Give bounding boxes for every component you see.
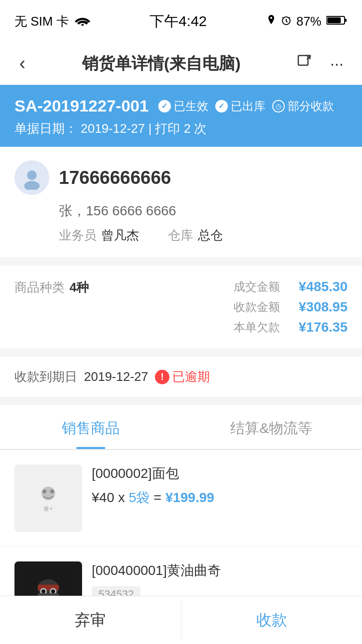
- due-section: 收款到期日 2019-12-27 ! 已逾期: [0, 357, 362, 397]
- warehouse-value: 总仓: [198, 227, 223, 244]
- status-badges: ✓ 已生效 ✓ 已出库 ◷ 部分收款: [158, 98, 334, 114]
- share-button[interactable]: [292, 50, 317, 78]
- status-bar: 无 SIM 卡 下午4:42 87%: [0, 0, 362, 42]
- date-label: 单据日期：: [14, 121, 77, 136]
- table-row: 量+ [0000002]面包 ¥40 x 5袋 = ¥199.99: [0, 450, 362, 547]
- status-effective: ✓ 已生效: [158, 98, 209, 114]
- order-header-row1: SA-20191227-001 ✓ 已生效 ✓ 已出库 ◷ 部分收款: [14, 97, 348, 115]
- due-date-label: 收款到期日: [14, 368, 77, 385]
- tab-settlement[interactable]: 结算&物流等: [181, 405, 362, 449]
- customer-info: 业务员 曾凡杰 仓库 总仓: [14, 227, 348, 244]
- svg-point-18: [51, 589, 55, 593]
- nav-bar: ‹ 销货单详情(来自电脑) ···: [0, 42, 362, 85]
- price-total-1: ¥199.99: [166, 490, 214, 505]
- print-suffix: 次: [194, 121, 207, 136]
- debt-value: ¥176.35: [290, 320, 348, 335]
- svg-rect-5: [298, 56, 308, 65]
- status-partial-label: 部分收款: [288, 98, 334, 114]
- svg-point-7: [24, 181, 40, 190]
- svg-point-9: [42, 490, 46, 493]
- customer-avatar: [14, 160, 49, 195]
- tab-settlement-label: 结算&物流等: [230, 420, 312, 436]
- due-date-value: 2019-12-27: [84, 369, 148, 384]
- print-count: 2: [184, 121, 191, 136]
- deal-amount-row: 成交金额 ¥485.30: [217, 279, 348, 294]
- order-header: SA-20191227-001 ✓ 已生效 ✓ 已出库 ◷ 部分收款 单据日期：…: [0, 85, 362, 147]
- price-base-1: ¥40: [92, 490, 114, 505]
- status-time: 下午4:42: [150, 12, 207, 31]
- deal-amount-value: ¥485.30: [290, 279, 348, 294]
- warehouse-item: 仓库 总仓: [168, 227, 223, 244]
- status-shipped-label: 已出库: [231, 98, 265, 114]
- customer-section: 17666666666 张，156 6666 6666 业务员 曾凡杰 仓库 总…: [0, 147, 362, 258]
- more-button[interactable]: ···: [326, 50, 348, 77]
- battery-icon: [326, 14, 348, 29]
- product-name-1: [0000002]面包: [92, 464, 348, 483]
- price-qty-1: 5袋: [129, 489, 150, 507]
- svg-point-10: [50, 490, 54, 493]
- summary-right: 成交金额 ¥485.30 收款金额 ¥308.95 本单欠款 ¥176.35: [217, 279, 348, 335]
- status-effective-label: 已生效: [174, 98, 209, 114]
- overdue-badge: ! 已逾期: [155, 368, 210, 385]
- tab-sales-products[interactable]: 销售商品: [0, 405, 181, 449]
- nav-actions: ···: [292, 50, 348, 78]
- svg-rect-4: [327, 17, 341, 23]
- customer-id[interactable]: 17666666666: [59, 168, 171, 188]
- deal-amount-label: 成交金额: [217, 279, 280, 294]
- summary-left: 商品种类 4种: [14, 279, 89, 296]
- wifi-icon: [75, 14, 90, 29]
- salesman-item: 业务员 曾凡杰: [59, 227, 139, 244]
- collected-label: 收款金额: [217, 299, 280, 315]
- reject-button[interactable]: 弃审: [0, 600, 181, 641]
- reject-label: 弃审: [75, 611, 106, 629]
- status-left: 无 SIM 卡: [14, 13, 90, 30]
- product-price-1: ¥40 x 5袋 = ¥199.99: [92, 489, 348, 507]
- check-icon-2: ✓: [215, 100, 228, 112]
- order-number: SA-20191227-001: [14, 97, 149, 115]
- collect-button[interactable]: 收款: [181, 600, 362, 641]
- carrier-text: 无 SIM 卡: [14, 13, 69, 30]
- customer-top: 17666666666: [14, 160, 348, 195]
- salesman-value: 曾凡杰: [101, 227, 139, 244]
- svg-point-6: [27, 170, 37, 180]
- product-thumbnail-1: 量+: [14, 464, 82, 532]
- status-shipped: ✓ 已出库: [215, 98, 265, 114]
- order-date-row: 单据日期： 2019-12-27 | 打印 2 次: [14, 120, 348, 137]
- status-partial: ◷ 部分收款: [272, 98, 334, 114]
- page-title: 销货单详情(来自电脑): [82, 53, 241, 75]
- collected-amount-row: 收款金额 ¥308.95: [217, 299, 348, 315]
- product-info-1: [0000002]面包 ¥40 x 5袋 = ¥199.99: [92, 464, 348, 507]
- item-type-count: 4种: [70, 279, 89, 296]
- summary-section: 商品种类 4种 成交金额 ¥485.30 收款金额 ¥308.95 本单欠款 ¥…: [0, 266, 362, 349]
- item-type-label: 商品种类: [14, 279, 65, 296]
- svg-point-0: [81, 24, 84, 26]
- svg-rect-3: [345, 19, 347, 22]
- price-eq-1: =: [153, 490, 161, 505]
- battery-text: 87%: [296, 14, 321, 29]
- collected-value: ¥308.95: [290, 299, 348, 315]
- tabs-section: 销售商品 结算&物流等: [0, 405, 362, 450]
- price-x-1: x: [118, 490, 125, 505]
- tab-sales-label: 销售商品: [62, 420, 120, 436]
- clock-icon: ◷: [272, 100, 285, 112]
- order-date: 2019-12-27: [81, 121, 145, 136]
- warehouse-label: 仓库: [168, 227, 193, 244]
- overdue-text: 已逾期: [172, 368, 210, 385]
- svg-text:量+: 量+: [43, 505, 53, 512]
- alarm-icon: [281, 14, 292, 29]
- product-name-2: [000400001]黄油曲奇: [92, 561, 348, 580]
- overdue-icon: !: [155, 370, 169, 384]
- collect-label: 收款: [256, 611, 287, 629]
- status-right: 87%: [266, 14, 348, 29]
- print-label: | 打印: [148, 121, 180, 136]
- tabs-row: 销售商品 结算&物流等: [0, 405, 362, 449]
- salesman-label: 业务员: [59, 227, 97, 244]
- bottom-bar: 弃审 收款: [0, 596, 362, 644]
- customer-sub: 张，156 6666 6666: [14, 202, 348, 220]
- item-count: 商品种类 4种: [14, 279, 89, 296]
- debt-row: 本单欠款 ¥176.35: [217, 320, 348, 335]
- debt-label: 本单欠款: [217, 320, 280, 335]
- back-button[interactable]: ‹: [14, 48, 30, 79]
- check-icon-1: ✓: [158, 100, 171, 112]
- location-icon: [266, 14, 276, 29]
